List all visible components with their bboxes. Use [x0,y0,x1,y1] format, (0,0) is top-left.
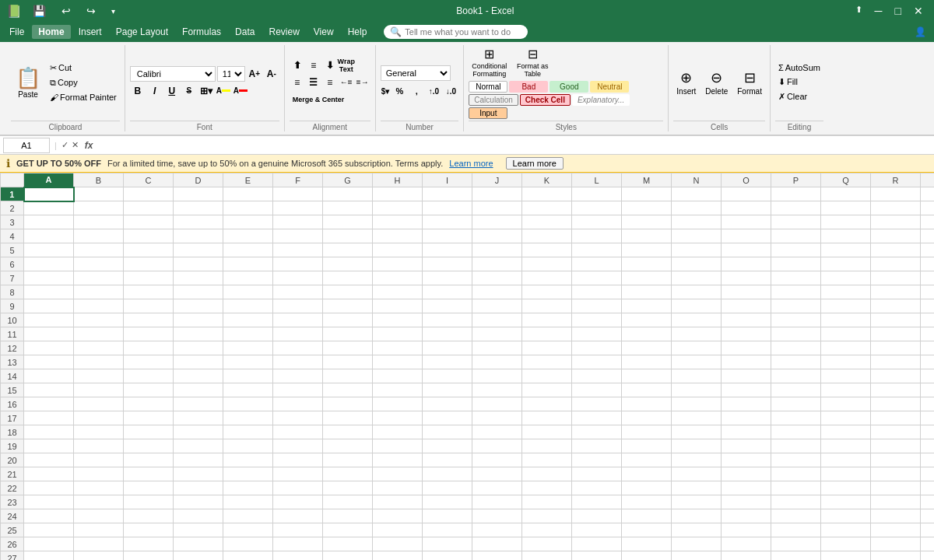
cell-Q10[interactable] [821,313,871,327]
ribbon-display-btn[interactable]: ⬆ [851,3,867,19]
cell-A24[interactable] [24,509,74,523]
cell-G6[interactable] [323,257,373,271]
cell-G10[interactable] [323,313,373,327]
cell-M4[interactable] [622,229,672,243]
cell-P27[interactable] [771,551,821,561]
cell-I1[interactable] [423,187,472,201]
cell-E17[interactable] [223,411,273,425]
cell-L13[interactable] [572,355,622,369]
cell-D9[interactable] [174,299,223,313]
cell-Q22[interactable] [821,481,871,495]
left-align-button[interactable]: ≡ [290,75,305,90]
cell-F27[interactable] [273,551,323,561]
cell-J16[interactable] [472,397,522,411]
bottom-align-button[interactable]: ⬇ [322,58,338,73]
style-neutral[interactable]: Neutral [590,81,629,93]
cut-button[interactable]: ✂ Cut [47,61,120,75]
cell-Q3[interactable] [821,215,871,229]
cell-D2[interactable] [174,201,223,215]
cell-R23[interactable] [871,495,921,509]
cell-C16[interactable] [124,397,174,411]
cell-D21[interactable] [174,467,223,481]
cell-H2[interactable] [373,201,423,215]
cell-A5[interactable] [24,243,74,257]
cell-F20[interactable] [273,453,323,467]
cell-I16[interactable] [423,397,472,411]
cell-I25[interactable] [423,523,472,537]
cell-J22[interactable] [472,481,522,495]
cell-B19[interactable] [74,439,124,453]
cell-A27[interactable] [24,551,74,561]
cell-F1[interactable] [273,187,323,201]
cell-R20[interactable] [871,453,921,467]
indent-increase-button[interactable]: ≡→ [355,75,370,90]
cell-E26[interactable] [223,537,273,551]
cell-M12[interactable] [622,341,672,355]
cell-G13[interactable] [323,355,373,369]
cell-O21[interactable] [722,467,771,481]
cell-B20[interactable] [74,453,124,467]
cell-K19[interactable] [522,439,572,453]
cell-R2[interactable] [871,201,921,215]
sheet-container[interactable]: A B C D E F G H I J K L M N O P Q [0,173,934,560]
cell-G5[interactable] [323,243,373,257]
cell-N7[interactable] [672,271,722,285]
cell-Q7[interactable] [821,271,871,285]
cell-M8[interactable] [622,285,672,299]
cell-S5[interactable] [921,243,935,257]
cell-G11[interactable] [323,327,373,341]
row-header-25[interactable]: 25 [1,523,24,537]
cell-R5[interactable] [871,243,921,257]
center-align-button[interactable]: ☰ [306,75,321,90]
font-color-button[interactable]: A [233,83,248,99]
cell-P16[interactable] [771,397,821,411]
row-header-14[interactable]: 14 [1,369,24,383]
cell-L15[interactable] [572,383,622,397]
cell-D4[interactable] [174,229,223,243]
cell-R24[interactable] [871,509,921,523]
style-bad[interactable]: Bad [509,81,548,93]
cell-O25[interactable] [722,523,771,537]
cell-B23[interactable] [74,495,124,509]
cell-J26[interactable] [472,537,522,551]
cell-K27[interactable] [522,551,572,561]
cell-J17[interactable] [472,411,522,425]
cell-S21[interactable] [921,467,935,481]
cell-P13[interactable] [771,355,821,369]
cell-P19[interactable] [771,439,821,453]
cell-K8[interactable] [522,285,572,299]
col-header-G[interactable]: G [323,173,373,187]
clear-button[interactable]: ✗ Clear [775,90,823,103]
cell-N12[interactable] [672,341,722,355]
cell-J8[interactable] [472,285,522,299]
cell-H8[interactable] [373,285,423,299]
cell-O1[interactable] [722,187,771,201]
cell-F14[interactable] [273,369,323,383]
cell-Q23[interactable] [821,495,871,509]
cell-D15[interactable] [174,383,223,397]
cell-Q20[interactable] [821,453,871,467]
cell-N14[interactable] [672,369,722,383]
cell-O11[interactable] [722,327,771,341]
cell-S6[interactable] [921,257,935,271]
autosum-button[interactable]: Σ AutoSum [775,61,823,74]
cell-E4[interactable] [223,229,273,243]
cell-F10[interactable] [273,313,323,327]
row-header-23[interactable]: 23 [1,495,24,509]
cell-G23[interactable] [323,495,373,509]
cell-L21[interactable] [572,467,622,481]
cell-H27[interactable] [373,551,423,561]
cell-F17[interactable] [273,411,323,425]
cell-K1[interactable] [522,187,572,201]
cell-C25[interactable] [124,523,174,537]
row-header-13[interactable]: 13 [1,355,24,369]
cell-D22[interactable] [174,481,223,495]
cell-H20[interactable] [373,453,423,467]
cell-C17[interactable] [124,411,174,425]
cell-N23[interactable] [672,495,722,509]
cell-O15[interactable] [722,383,771,397]
cell-G15[interactable] [323,383,373,397]
cell-E13[interactable] [223,355,273,369]
cell-C15[interactable] [124,383,174,397]
cell-A10[interactable] [24,313,74,327]
